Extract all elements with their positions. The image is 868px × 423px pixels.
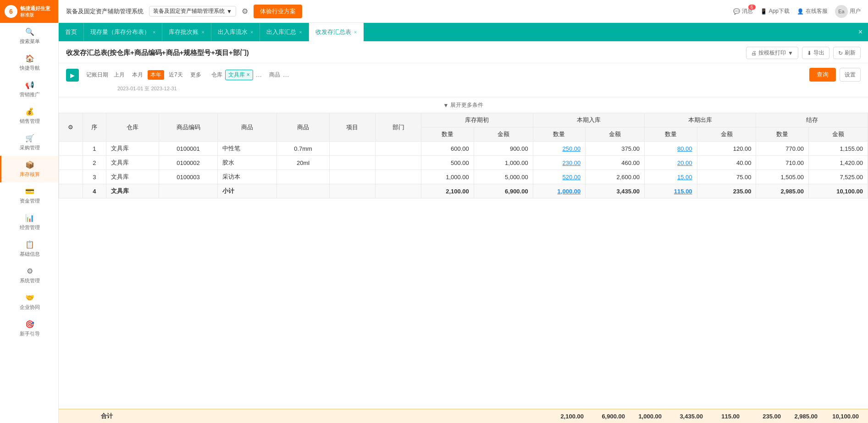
table-cell: 小计	[218, 184, 277, 198]
goods-filter-group: 商品 ...	[269, 71, 289, 79]
system-title: 装备及固定资产辅助管理系统	[66, 7, 144, 16]
table-cell: 770.00	[756, 142, 809, 156]
table-cell: 0100001	[159, 142, 218, 156]
table-row: 1文具库0100001中性笔0.7mm600.00900.00250.00375…	[59, 142, 868, 156]
tab-in-out-flow[interactable]: 出入库流水×	[211, 23, 260, 41]
tab-batch-accounts[interactable]: 库存批次账×	[162, 23, 211, 41]
table-cell: 7,525.00	[808, 170, 868, 184]
code-col-header: 商品编码	[159, 113, 218, 142]
tab-close-receive-send-summary[interactable]: ×	[354, 29, 357, 35]
expand-conditions-button[interactable]: ▼ 展开更多条件	[440, 99, 487, 111]
sidebar-item-finance[interactable]: 💳 资金管理	[0, 182, 58, 209]
sidebar-item-marketing[interactable]: 📢 营销推广	[0, 76, 58, 103]
table-cell: 3,435.00	[586, 184, 645, 198]
enterprise-label: 企业协同	[20, 304, 40, 311]
table-link[interactable]: 250.00	[562, 145, 581, 152]
print-button[interactable]: 🖨 按模板打印 ▼	[746, 47, 798, 59]
tab-in-out-summary[interactable]: 出入库汇总×	[260, 23, 309, 41]
table-link[interactable]: 15.00	[677, 174, 692, 181]
tab-label-receive-send-summary: 收发存汇总表	[315, 28, 351, 36]
table-link[interactable]: 520.00	[562, 174, 581, 181]
table-cell: 520.00	[533, 170, 586, 184]
footer-label: 合计	[96, 412, 188, 420]
warehouse-filter-label: 仓库	[211, 71, 222, 79]
table-container: ⚙ 序 仓库 商品编码 商品 商品 项目 部门 库存期初 本期入库 本期出库 结…	[59, 113, 868, 409]
goods-ellipsis[interactable]: ...	[283, 71, 289, 79]
tab-close-inventory-distribution[interactable]: ×	[153, 29, 155, 35]
experience-button[interactable]: 体验行业方案	[254, 5, 302, 18]
table-link[interactable]: 1,000.00	[558, 188, 581, 195]
row-settings[interactable]	[59, 170, 83, 184]
date-shortcut-本月[interactable]: 本月	[129, 70, 146, 80]
sidebar-item-system[interactable]: ⚙ 系统管理	[0, 262, 58, 289]
warehouse-tag-close[interactable]: ×	[247, 71, 250, 78]
query-button[interactable]: 查询	[809, 68, 836, 82]
sidebar-item-sales[interactable]: 💰 销售管理	[0, 103, 58, 129]
filter-main: 记账日期 上月本月本年近7天更多 仓库 文具库 × ... 商品 ...	[86, 68, 861, 92]
table-cell: 3	[83, 170, 106, 184]
tab-close-in-out-summary[interactable]: ×	[299, 29, 302, 35]
sidebar-item-search[interactable]: 🔍 搜索菜单	[0, 23, 58, 49]
sidebar-item-basic-info[interactable]: 📋 基础信息	[0, 236, 58, 262]
spec-col-header: 商品	[277, 113, 330, 142]
system-dropdown[interactable]: 装备及固定资产辅助管理系统 ▼	[149, 6, 236, 16]
tab-home[interactable]: 首页	[59, 23, 84, 41]
expand-conditions-row: ▼ 展开更多条件	[59, 97, 868, 113]
tab-close-in-out-flow[interactable]: ×	[250, 29, 253, 35]
page-header-actions: 🖨 按模板打印 ▼ ⬇ 导出 ↻ 刷新	[746, 47, 861, 59]
sidebar-item-purchase[interactable]: 🛒 采购管理	[0, 129, 58, 156]
logo-icon: 6	[5, 5, 17, 18]
marketing-label: 营销推广	[20, 91, 40, 98]
tab-close-batch-accounts[interactable]: ×	[201, 29, 204, 35]
table-cell: 600.00	[421, 142, 474, 156]
in-group-header: 本期入库	[533, 113, 644, 127]
date-shortcut-上月[interactable]: 上月	[111, 70, 127, 80]
date-shortcut-更多[interactable]: 更多	[188, 70, 204, 80]
app-download-action[interactable]: 📱 App下载	[760, 7, 790, 15]
out-amt-header: 金额	[697, 127, 756, 142]
user-action[interactable]: Ea 用户	[835, 5, 861, 18]
settings-col-header[interactable]: ⚙	[59, 113, 83, 142]
service-icon: 👤	[797, 8, 804, 15]
sidebar-item-enterprise[interactable]: 🤝 企业协同	[0, 289, 58, 315]
table-link[interactable]: 230.00	[562, 159, 581, 166]
tabbar-close-button[interactable]: ×	[853, 28, 868, 36]
message-action[interactable]: 💬 消息 6	[733, 7, 753, 15]
footer-bal-amt: 10,100.00	[822, 413, 863, 420]
row-settings[interactable]	[59, 184, 83, 198]
balance-group-header: 结存	[756, 113, 868, 127]
filter-collapse-button[interactable]: ▶	[66, 69, 79, 82]
table-link[interactable]: 20.00	[677, 159, 692, 166]
settings-button[interactable]: 设置	[840, 68, 861, 82]
warehouse-name-col-header: 仓库	[106, 113, 159, 142]
warehouse-ellipsis[interactable]: ...	[256, 71, 262, 79]
sidebar-item-inventory[interactable]: 📦 库存核算	[0, 156, 58, 182]
name-col-header: 商品	[218, 113, 277, 142]
table-link[interactable]: 115.00	[674, 188, 692, 195]
export-button[interactable]: ⬇ 导出	[802, 47, 829, 59]
filter-row-1: 记账日期 上月本月本年近7天更多 仓库 文具库 × ... 商品 ...	[86, 68, 861, 82]
date-filter-label: 记账日期	[86, 71, 108, 79]
footer-out-amt: 235.00	[744, 413, 785, 420]
warehouse-col-header: 序	[83, 113, 106, 142]
sidebar-item-guide[interactable]: 🎯 新手引导	[0, 315, 58, 342]
app-logo: 6 畅捷通好生意 标准版	[0, 0, 58, 23]
online-service-action[interactable]: 👤 在线客服	[797, 7, 828, 15]
table-link[interactable]: 80.00	[677, 145, 692, 152]
table-cell: 75.00	[697, 170, 756, 184]
table-cell: 120.00	[697, 142, 756, 156]
purchase-label: 采购管理	[20, 144, 40, 151]
row-settings[interactable]	[59, 142, 83, 156]
date-shortcut-近7天[interactable]: 近7天	[166, 70, 186, 80]
search-icon: 🔍	[25, 27, 34, 36]
row-settings[interactable]	[59, 156, 83, 170]
quick-nav-icon: 🏠	[25, 54, 34, 63]
sidebar-item-quick-nav[interactable]: 🏠 快捷导航	[0, 49, 58, 76]
date-shortcut-本年[interactable]: 本年	[148, 70, 164, 80]
sidebar-item-operations[interactable]: 📊 经营管理	[0, 209, 58, 236]
finance-label: 资金管理	[20, 198, 40, 204]
tab-inventory-distribution[interactable]: 现存量（库存分布表）×	[84, 23, 162, 41]
settings-icon[interactable]: ⚙	[242, 7, 248, 16]
refresh-button[interactable]: ↻ 刷新	[833, 47, 861, 59]
tab-receive-send-summary[interactable]: 收发存汇总表×	[309, 23, 364, 41]
